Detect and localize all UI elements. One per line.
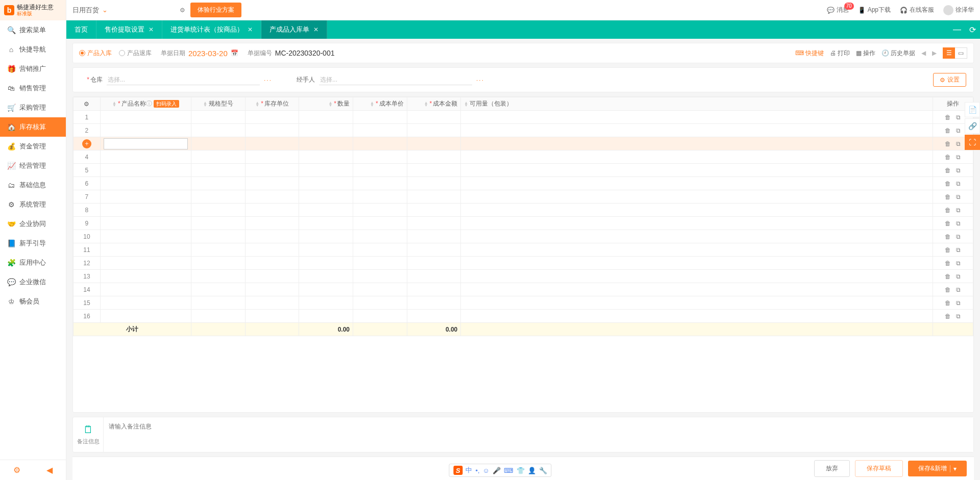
close-icon[interactable]: ✕ bbox=[248, 26, 253, 33]
close-icon[interactable]: ✕ bbox=[149, 26, 154, 33]
sidebar-item-10[interactable]: 🤝企业协同 bbox=[0, 214, 66, 234]
ime-lang[interactable]: 中 bbox=[465, 466, 472, 475]
delete-row-icon[interactable]: 🗑 bbox=[945, 167, 951, 174]
user-menu[interactable]: 徐泽华 bbox=[943, 5, 974, 15]
product-name-input[interactable] bbox=[104, 138, 188, 149]
store-selector[interactable]: 日用百货 ⌄ bbox=[72, 6, 175, 15]
table-row[interactable]: 13🗑⧉ bbox=[74, 270, 973, 283]
radio-in[interactable]: 产品入库 bbox=[79, 49, 112, 58]
tab-0[interactable]: 首页 bbox=[66, 20, 96, 39]
sidebar-item-7[interactable]: 📈经营管理 bbox=[0, 156, 66, 175]
col-avail[interactable]: ▲▼可用量（包装） bbox=[461, 97, 933, 111]
warehouse-input[interactable] bbox=[107, 74, 260, 85]
table-row[interactable]: 7🗑⧉ bbox=[74, 190, 973, 204]
delete-row-icon[interactable]: 🗑 bbox=[945, 313, 951, 320]
col-spec[interactable]: ▲▼规格型号 bbox=[191, 97, 246, 111]
copy-row-icon[interactable]: ⧉ bbox=[956, 233, 961, 240]
scan-button[interactable]: 扫码录入 bbox=[154, 100, 179, 108]
sidebar-item-2[interactable]: 🎁营销推广 bbox=[0, 59, 66, 79]
ime-smile-icon[interactable]: ☺ bbox=[483, 467, 489, 474]
prev-doc[interactable]: ◀ bbox=[921, 49, 926, 57]
delete-row-icon[interactable]: 🗑 bbox=[945, 273, 951, 280]
copy-row-icon[interactable]: ⧉ bbox=[956, 220, 961, 227]
app-download-link[interactable]: 📱 App下载 bbox=[858, 6, 891, 14]
add-row-icon[interactable]: ＋ bbox=[82, 139, 91, 148]
sidebar-item-4[interactable]: 🛒采购管理 bbox=[0, 98, 66, 117]
ime-person-icon[interactable]: 👤 bbox=[528, 467, 536, 474]
col-product[interactable]: ▲▼*产品名称ⓘ 扫码录入 bbox=[100, 97, 191, 111]
sidebar-item-8[interactable]: 🗂基础信息 bbox=[0, 175, 66, 195]
copy-row-icon[interactable]: ⧉ bbox=[956, 114, 961, 121]
delete-row-icon[interactable]: 🗑 bbox=[945, 154, 951, 161]
table-row[interactable]: 8🗑⧉ bbox=[74, 204, 973, 217]
copy-row-icon[interactable]: ⧉ bbox=[956, 154, 961, 161]
discard-button[interactable]: 放弃 bbox=[814, 460, 850, 477]
store-settings-icon[interactable]: ⚙ bbox=[180, 7, 185, 14]
copy-row-icon[interactable]: ⧉ bbox=[956, 193, 961, 200]
sidebar-item-12[interactable]: 🧩应用中心 bbox=[0, 253, 66, 272]
delete-row-icon[interactable]: 🗑 bbox=[945, 207, 951, 214]
delete-row-icon[interactable]: 🗑 bbox=[945, 193, 951, 200]
sidebar-item-0[interactable]: 🔍搜索菜单 bbox=[0, 20, 66, 40]
delete-row-icon[interactable]: 🗑 bbox=[945, 140, 951, 147]
delete-row-icon[interactable]: 🗑 bbox=[945, 220, 951, 227]
tab-2[interactable]: 进货单统计表（按商品）✕ bbox=[162, 20, 261, 39]
col-price[interactable]: ▲▼*成本单价 bbox=[353, 97, 407, 111]
widget-link-icon[interactable]: 🔗 bbox=[965, 118, 980, 134]
save-new-button[interactable]: 保存&新增▾ bbox=[908, 461, 967, 476]
sidebar-item-14[interactable]: ♔畅会员 bbox=[0, 292, 66, 311]
tab-refresh-icon[interactable]: ⟳ bbox=[965, 20, 980, 39]
table-row[interactable]: 6🗑⧉ bbox=[74, 177, 973, 190]
shortcut-link[interactable]: ⌨快捷键 bbox=[795, 49, 824, 58]
handler-more-icon[interactable]: ··· bbox=[476, 77, 484, 84]
sidebar-item-9[interactable]: ⚙系统管理 bbox=[0, 195, 66, 214]
remarks-input[interactable] bbox=[104, 417, 973, 452]
col-gear[interactable]: ⚙ bbox=[74, 97, 101, 111]
copy-row-icon[interactable]: ⧉ bbox=[956, 273, 961, 280]
table-row[interactable]: 1🗑⧉ bbox=[74, 111, 973, 124]
delete-row-icon[interactable]: 🗑 bbox=[945, 260, 951, 267]
ime-keyboard-icon[interactable]: ⌨ bbox=[504, 467, 513, 474]
widget-expand-icon[interactable]: ⛶ bbox=[965, 135, 980, 150]
copy-row-icon[interactable]: ⧉ bbox=[956, 167, 961, 174]
delete-row-icon[interactable]: 🗑 bbox=[945, 233, 951, 240]
tab-1[interactable]: 售价提取设置✕ bbox=[96, 20, 162, 39]
col-qty[interactable]: ▲▼*数量 bbox=[299, 97, 353, 111]
sidebar-item-11[interactable]: 📘新手引导 bbox=[0, 234, 66, 253]
sidebar-item-3[interactable]: 🛍销售管理 bbox=[0, 79, 66, 98]
table-row[interactable]: ＋🗑⧉ bbox=[74, 137, 973, 150]
view-form[interactable]: ☰ bbox=[943, 47, 955, 59]
try-plan-button[interactable]: 体验行业方案 bbox=[190, 3, 241, 17]
delete-row-icon[interactable]: 🗑 bbox=[945, 114, 951, 121]
form-settings-button[interactable]: ⚙设置 bbox=[933, 73, 966, 87]
delete-row-icon[interactable]: 🗑 bbox=[945, 246, 951, 254]
delete-row-icon[interactable]: 🗑 bbox=[945, 299, 951, 307]
copy-row-icon[interactable]: ⧉ bbox=[956, 313, 961, 320]
messages-link[interactable]: 💬 消息 70 bbox=[827, 6, 849, 14]
copy-row-icon[interactable]: ⧉ bbox=[956, 260, 961, 267]
table-row[interactable]: 14🗑⧉ bbox=[74, 283, 973, 296]
table-row[interactable]: 2🗑⧉ bbox=[74, 124, 973, 137]
ops-link[interactable]: ▦操作 bbox=[856, 49, 875, 58]
widget-note-icon[interactable]: 📄 bbox=[965, 102, 980, 117]
sidebar-item-5[interactable]: 🏠库存核算 bbox=[0, 117, 66, 137]
sidebar-item-13[interactable]: 💬企业微信 bbox=[0, 272, 66, 292]
copy-row-icon[interactable]: ⧉ bbox=[956, 180, 961, 187]
print-link[interactable]: 🖨打印 bbox=[830, 49, 850, 58]
delete-row-icon[interactable]: 🗑 bbox=[945, 180, 951, 187]
warehouse-more-icon[interactable]: ··· bbox=[264, 77, 272, 84]
settings-icon[interactable]: ⚙ bbox=[13, 465, 20, 475]
col-unit[interactable]: ▲▼*库存单位 bbox=[245, 97, 299, 111]
sidebar-item-6[interactable]: 💰资金管理 bbox=[0, 137, 66, 156]
table-row[interactable]: 16🗑⧉ bbox=[74, 310, 973, 323]
sidebar-item-1[interactable]: ⌂快捷导航 bbox=[0, 40, 66, 59]
doc-date-value[interactable]: 2023-03-20 bbox=[188, 49, 228, 58]
delete-row-icon[interactable]: 🗑 bbox=[945, 127, 951, 134]
support-link[interactable]: 🎧 在线客服 bbox=[900, 6, 934, 14]
copy-row-icon[interactable]: ⧉ bbox=[956, 286, 961, 293]
copy-row-icon[interactable]: ⧉ bbox=[956, 246, 961, 254]
calendar-icon[interactable]: 📅 bbox=[231, 49, 238, 57]
copy-row-icon[interactable]: ⧉ bbox=[956, 127, 961, 134]
table-row[interactable]: 12🗑⧉ bbox=[74, 257, 973, 270]
col-amount[interactable]: ▲▼*成本金额 bbox=[407, 97, 461, 111]
